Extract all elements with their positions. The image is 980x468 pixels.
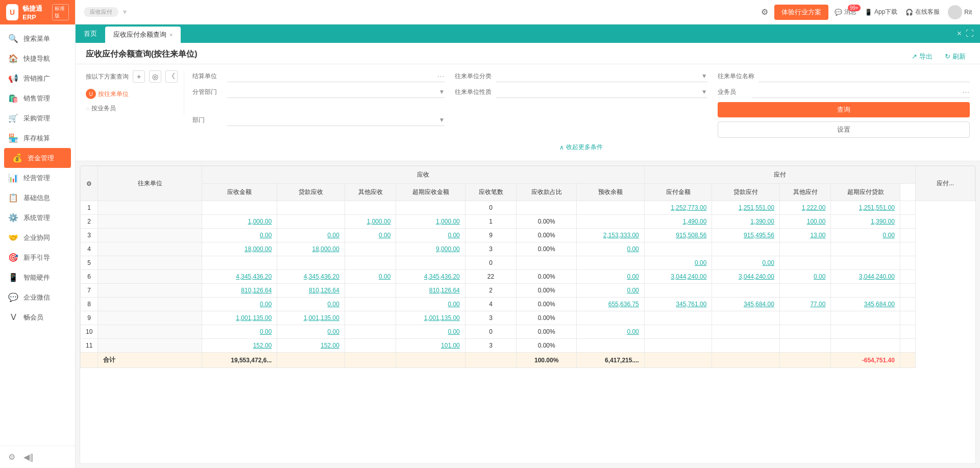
cell-link[interactable]: 0.00 bbox=[328, 328, 339, 335]
export-button[interactable]: ↗ 导出 bbox=[908, 50, 937, 63]
cell-link[interactable]: 1,001,135.00 bbox=[424, 314, 460, 322]
cell-link[interactable]: 1,000.00 bbox=[436, 218, 460, 225]
cell-link[interactable]: 3,044,240.00 bbox=[859, 273, 895, 280]
sidebar-item-sales[interactable]: 🛍️ 销售管理 bbox=[0, 88, 75, 108]
cell-link[interactable]: 810,126.64 bbox=[429, 287, 460, 294]
cell-link[interactable]: 1,001,135.00 bbox=[236, 314, 272, 322]
promo-button[interactable]: 体验行业方案 bbox=[774, 5, 828, 20]
cell-link[interactable]: 915,495.56 bbox=[744, 232, 774, 239]
sidebar-item-finance[interactable]: 💰 资金管理 bbox=[4, 148, 71, 168]
cell-link[interactable]: 101.00 bbox=[441, 342, 460, 349]
cell-link[interactable]: 0.00 bbox=[883, 232, 894, 239]
sidebar-item-system[interactable]: ⚙️ 系统管理 bbox=[0, 208, 75, 228]
cell-link[interactable]: 0.00 bbox=[627, 328, 639, 335]
cell-link[interactable]: 655,636.75 bbox=[608, 301, 639, 308]
salesperson-input[interactable] bbox=[752, 86, 963, 97]
dept-chevron[interactable]: ▼ bbox=[438, 116, 445, 124]
sidebar-item-hardware[interactable]: 📱 智能硬件 bbox=[0, 267, 75, 287]
refresh-button[interactable]: ↻ 刷新 bbox=[941, 50, 970, 63]
cell-link[interactable]: 0.00 bbox=[627, 287, 639, 294]
sidebar-item-inventory[interactable]: 🏪 库存核算 bbox=[0, 128, 75, 148]
cell-link[interactable]: 1,490.00 bbox=[683, 218, 707, 225]
cell-link[interactable]: 3,044,240.00 bbox=[739, 273, 774, 280]
cell-link[interactable]: 810,126.64 bbox=[241, 287, 272, 294]
cell-link[interactable]: 4,345,436.20 bbox=[304, 273, 339, 280]
unit-category-input[interactable] bbox=[496, 70, 701, 82]
dept-manager-chevron[interactable]: ▼ bbox=[438, 88, 445, 95]
filter-add-btn[interactable]: + bbox=[133, 70, 145, 83]
cell-link[interactable]: 3,044,240.00 bbox=[671, 273, 706, 280]
sidebar-item-collab[interactable]: 🤝 企业协同 bbox=[0, 228, 75, 248]
cell-link[interactable]: 0.00 bbox=[379, 273, 390, 280]
salesperson-dots[interactable]: ··· bbox=[962, 88, 970, 96]
cell-link[interactable]: 1,251,551.00 bbox=[739, 204, 774, 211]
filter-collapse-btn[interactable]: 《 bbox=[165, 70, 178, 83]
settlement-dots[interactable]: ··· bbox=[437, 72, 445, 80]
cell-link[interactable]: 0.00 bbox=[448, 328, 459, 335]
tab-fullscreen-icon[interactable]: ⛶ bbox=[966, 29, 974, 38]
sidebar-item-marketing[interactable]: 📢 营销推广 bbox=[0, 68, 75, 88]
scheme-by-unit[interactable]: U 按往来单位 bbox=[86, 89, 178, 99]
tab-window-close-icon[interactable]: × bbox=[957, 29, 962, 38]
cell-link[interactable]: 0.00 bbox=[814, 273, 825, 280]
unit-category-chevron[interactable]: ▼ bbox=[701, 72, 707, 80]
cell-link[interactable]: 345,684.00 bbox=[864, 301, 895, 308]
unit-nature-input[interactable] bbox=[496, 86, 701, 97]
cell-link[interactable]: 77.00 bbox=[810, 301, 825, 308]
sidebar-item-operations[interactable]: 📊 经营管理 bbox=[0, 168, 75, 188]
sidebar-item-search[interactable]: 🔍 搜索菜单 bbox=[0, 29, 75, 48]
tab-ar-ap-close[interactable]: × bbox=[169, 32, 173, 38]
cell-link[interactable]: 1,000.00 bbox=[248, 218, 272, 225]
cell-link[interactable]: 1,251,551.00 bbox=[859, 204, 895, 211]
cell-link[interactable]: 0.00 bbox=[627, 273, 639, 280]
cell-link[interactable]: 0.00 bbox=[260, 328, 272, 335]
cell-link[interactable]: 100.00 bbox=[807, 218, 826, 225]
cell-link[interactable]: 18,000.00 bbox=[312, 245, 339, 253]
sidebar-item-basic[interactable]: 📋 基础信息 bbox=[0, 188, 75, 208]
unit-name-input[interactable] bbox=[758, 70, 970, 82]
cell-link[interactable]: 1,000.00 bbox=[367, 218, 391, 225]
query-button[interactable]: 查询 bbox=[718, 102, 970, 117]
app-download-item[interactable]: 📱 App下载 bbox=[865, 8, 897, 16]
sidebar-item-guide[interactable]: 🎯 新手引导 bbox=[0, 248, 75, 267]
unit-nature-chevron[interactable]: ▼ bbox=[701, 88, 707, 95]
online-service-item[interactable]: 🎧 在线客服 bbox=[905, 8, 940, 16]
sidebar-settings-icon[interactable]: ⚙ bbox=[8, 452, 15, 462]
cell-link[interactable]: 0.00 bbox=[379, 232, 390, 239]
cell-link[interactable]: 345,761.00 bbox=[676, 301, 706, 308]
header-settings-icon[interactable]: ⚙ bbox=[761, 7, 768, 17]
cell-link[interactable]: 0.00 bbox=[260, 301, 272, 308]
filter-settings-btn[interactable]: ◎ bbox=[149, 70, 161, 83]
cell-link[interactable]: 0.00 bbox=[328, 301, 339, 308]
settlement-input[interactable] bbox=[227, 70, 437, 82]
cell-link[interactable]: 0.00 bbox=[328, 232, 339, 239]
notification-item[interactable]: 💬 消息 99+ bbox=[835, 8, 856, 16]
cell-link[interactable]: 152.00 bbox=[321, 342, 339, 349]
cell-link[interactable]: 0.00 bbox=[763, 259, 774, 266]
sidebar-item-shortcut[interactable]: 🏠 快捷导航 bbox=[0, 48, 75, 68]
cell-link[interactable]: 4,345,436.20 bbox=[236, 273, 272, 280]
collapse-more-btn[interactable]: ∧ 收起更多条件 bbox=[192, 140, 970, 155]
sidebar-item-wechat[interactable]: 💬 企业微信 bbox=[0, 287, 75, 307]
cell-link[interactable]: 0.00 bbox=[627, 245, 639, 253]
sidebar-item-member[interactable]: Ⅴ 畅会员 bbox=[0, 307, 75, 327]
cell-link[interactable]: 1,252,773.00 bbox=[671, 204, 706, 211]
cell-link[interactable]: 345,684.00 bbox=[744, 301, 774, 308]
user-info[interactable]: Rit bbox=[948, 5, 972, 19]
cell-link[interactable]: 0.00 bbox=[448, 301, 459, 308]
cell-link[interactable]: 152.00 bbox=[253, 342, 272, 349]
tab-ar-ap[interactable]: 应收应付余额查询 × bbox=[105, 27, 181, 43]
cell-link[interactable]: 1,001,135.00 bbox=[304, 314, 339, 322]
cell-link[interactable]: 18,000.00 bbox=[244, 245, 272, 253]
cell-link[interactable]: 0.00 bbox=[448, 232, 459, 239]
cell-link[interactable]: 0.00 bbox=[260, 232, 272, 239]
cell-link[interactable]: 13.00 bbox=[810, 232, 825, 239]
dept-manager-input[interactable] bbox=[227, 86, 438, 97]
cell-link[interactable]: 1,390.00 bbox=[871, 218, 895, 225]
cell-link[interactable]: 9,000.00 bbox=[436, 245, 460, 253]
cell-link[interactable]: 1,222.00 bbox=[802, 204, 826, 211]
sidebar-item-purchase[interactable]: 🛒 采购管理 bbox=[0, 108, 75, 128]
cell-link[interactable]: 1,390.00 bbox=[750, 218, 774, 225]
cell-link[interactable]: 2,153,333.00 bbox=[603, 232, 639, 239]
dept-input[interactable] bbox=[227, 114, 438, 126]
